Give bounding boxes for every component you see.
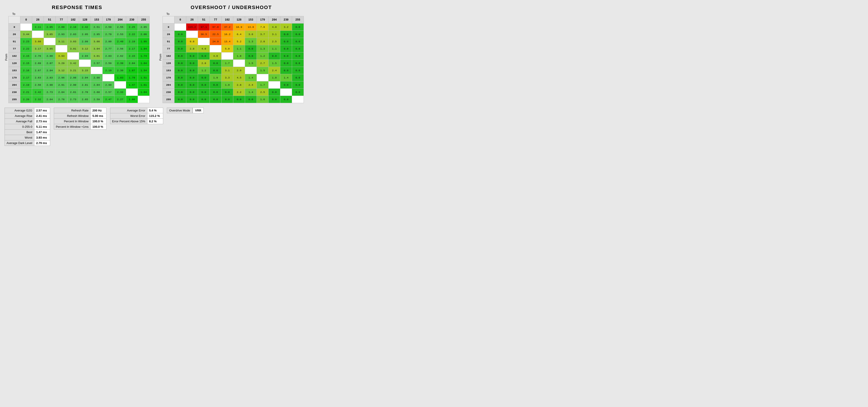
heatmap-cell: 2.5 xyxy=(269,38,280,45)
heatmap-cell: 2.94 xyxy=(79,74,91,82)
row-header: 26 xyxy=(163,31,175,38)
stats-right-table: Average Error5.4 %Worst Error115.2 %Erro… xyxy=(110,107,163,124)
heatmap-cell: 1.87 xyxy=(126,67,138,74)
heatmap-cell: 0.0 xyxy=(210,60,221,67)
heatmap-cell: 1.9 xyxy=(210,74,221,82)
heatmap-cell: 2.19 xyxy=(126,38,138,45)
heatmap-cell: 3.05 xyxy=(44,31,56,38)
col-header: 77 xyxy=(210,16,221,24)
heatmap-cell: 0.0 xyxy=(292,82,304,89)
col-header: 102 xyxy=(67,16,79,24)
heatmap-cell: 2.42 xyxy=(32,89,44,96)
stats-label: Best xyxy=(5,130,34,135)
row-header: 51 xyxy=(163,38,175,45)
heatmap-cell: 2.57 xyxy=(91,60,103,67)
heatmap-cell: 1.3 xyxy=(257,45,269,53)
overdrive-value: VRR xyxy=(193,107,204,113)
col-header: 128 xyxy=(233,16,245,24)
heatmap-cell: 2.19 xyxy=(20,82,32,89)
table-row: 772.223.173.053.013.123.042.772.562.171.… xyxy=(8,45,150,53)
heatmap-cell: 3.1 xyxy=(221,67,233,74)
heatmap-cell: 3.11 xyxy=(56,38,67,45)
stats-row: Percent In Window +1ms100.0 % xyxy=(54,124,106,130)
heatmap-cell: 2.73 xyxy=(67,96,79,103)
heatmap-cell: 2.2 xyxy=(233,89,245,96)
heatmap-cell: 2.39 xyxy=(114,60,126,67)
heatmap-cell: 13.8 xyxy=(245,24,257,31)
heatmap-cell: 0.0 xyxy=(269,96,280,103)
heatmap-cell: 3.12 xyxy=(79,45,91,53)
heatmap-cell: 1.8 xyxy=(233,53,245,60)
heatmap-cell: 2.05 xyxy=(44,24,56,31)
heatmap-cell: 3.44 xyxy=(20,31,32,38)
heatmap-cell: 0.0 xyxy=(198,89,210,96)
heatmap-cell: 1.4 xyxy=(245,89,257,96)
heatmap-cell: 3.01 xyxy=(91,53,103,60)
heatmap-cell: 0.0 xyxy=(280,82,292,89)
stats-value: 3.93 ms xyxy=(34,135,50,140)
heatmap-cell: 6.4 xyxy=(233,31,245,38)
table-row: 0115.297.167.037.218.913.87.84.83.20.0 xyxy=(163,24,304,31)
heatmap-cell: 2.5 xyxy=(257,89,269,96)
heatmap-cell: 0.0 xyxy=(175,89,186,96)
heatmap-cell: 97.1 xyxy=(198,24,210,31)
col-header: 153 xyxy=(91,16,103,24)
heatmap-cell: 0.0 xyxy=(221,96,233,103)
row-header: 179 xyxy=(163,74,175,82)
heatmap-cell: 2.59 xyxy=(91,96,103,103)
heatmap-cell: 3.2 xyxy=(280,24,292,31)
heatmap-cell: 2.0 xyxy=(233,67,245,74)
overshoot-matrix-wrapper: From 02651771021281531792042302550115.29… xyxy=(159,16,304,103)
stats-value: 115.2 % xyxy=(147,113,163,119)
heatmap-cell: 0.0 xyxy=(245,53,257,60)
heatmap-cell: 2.06 xyxy=(138,31,150,38)
heatmap-cell: 0.0 xyxy=(269,89,280,96)
table-row: 2552.262.322.642.782.732.652.592.472.271… xyxy=(8,96,150,103)
heatmap-cell: 2.70 xyxy=(79,89,91,96)
heatmap-cell: 0.0 xyxy=(280,53,292,60)
stats-value: 2.57 ms xyxy=(34,108,50,113)
stats-value: 8.2 % xyxy=(147,119,163,124)
heatmap-cell: 2.27 xyxy=(114,96,126,103)
heatmap-cell: 2.98 xyxy=(67,74,79,82)
stats-row: Error Percent Above 15%8.2 % xyxy=(110,119,163,124)
heatmap-cell: 2.68 xyxy=(91,89,103,96)
heatmap-cell: 2.32 xyxy=(32,96,44,103)
row-header: 128 xyxy=(163,60,175,67)
row-header: 77 xyxy=(163,45,175,53)
stats-label: Worst xyxy=(5,135,34,140)
heatmap-cell: 1.54 xyxy=(138,67,150,74)
heatmap-cell: 1.8 xyxy=(269,74,280,82)
heatmap-cell: 1.64 xyxy=(138,89,150,96)
heatmap-cell: 0.0 xyxy=(210,82,221,89)
stats-label: Refresh Rate xyxy=(54,108,90,113)
stats-value: 2.79 ms xyxy=(34,140,50,146)
heatmap-cell: 1.2 xyxy=(257,53,269,60)
heatmap-cell: 2.98 xyxy=(91,74,103,82)
heatmap-cell: 2.17 xyxy=(20,74,32,82)
heatmap-cell: 0.0 xyxy=(292,53,304,60)
heatmap-cell: 2.18 xyxy=(67,24,79,31)
heatmap-cell: 2.95 xyxy=(91,31,103,38)
heatmap-cell: 1.9 xyxy=(221,82,233,89)
heatmap-cell: 2.78 xyxy=(56,96,67,103)
col-header: 102 xyxy=(221,16,233,24)
col-header: 230 xyxy=(126,16,138,24)
heatmap-cell: 2.59 xyxy=(103,60,114,67)
row-header: 255 xyxy=(8,96,20,103)
heatmap-cell: 0.0 xyxy=(292,38,304,45)
heatmap-cell: 2.76 xyxy=(32,53,44,60)
table-row: 2040.00.00.00.01.92.82.41.70.00.0 xyxy=(163,82,304,89)
heatmap-cell: 4.8 xyxy=(269,24,280,31)
heatmap-cell: 1.74 xyxy=(138,53,150,60)
table-row: 510.09.824.913.45.21.32.82.50.00.0 xyxy=(163,38,304,45)
heatmap-cell: 0.0 xyxy=(198,53,210,60)
heatmap-cell: 1.95 xyxy=(138,38,150,45)
table-row: 512.233.603.113.032.993.082.802.492.191.… xyxy=(8,38,150,45)
heatmap-cell: 2.4 xyxy=(269,67,280,74)
response-from-label: From xyxy=(4,16,8,103)
row-header: 204 xyxy=(8,82,20,89)
heatmap-cell: 2.80 xyxy=(103,38,114,45)
heatmap-cell xyxy=(257,74,269,82)
heatmap-cell: 0.0 xyxy=(233,96,245,103)
